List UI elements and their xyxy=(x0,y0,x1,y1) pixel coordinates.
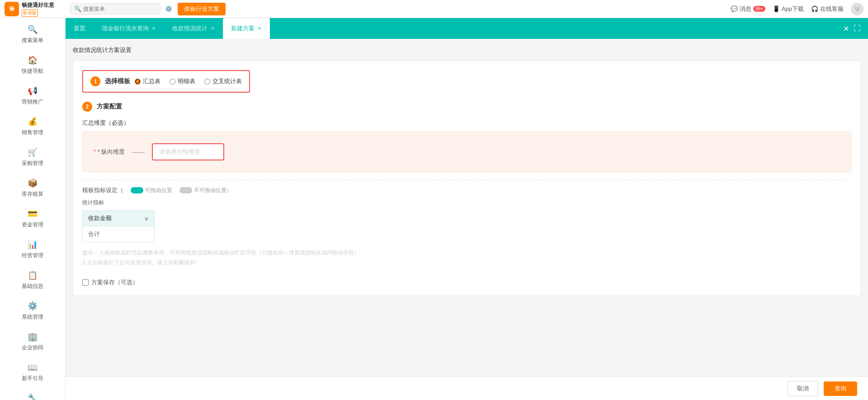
tab-bar: 首页 现金银行流水查询 ✕ 收款情况统计 ✕ 新建方案 ✕ ✕ ⛶ xyxy=(66,18,868,39)
non-draggable-label: 不可拖动位置） xyxy=(194,187,232,194)
logo-text: 畅捷通好生意 xyxy=(22,1,54,9)
service-icon: 🎧 xyxy=(811,5,818,12)
dimension-select[interactable]: 请选择分组维度 xyxy=(152,143,224,160)
inventory-icon: 📦 xyxy=(28,178,38,188)
radio-huizong-label: 汇总表 xyxy=(143,77,160,85)
sidebar-item-sales[interactable]: 💰 销售管理 xyxy=(0,110,65,141)
tab-close-all-icon[interactable]: ✕ xyxy=(843,24,849,33)
sidebar-item-finance[interactable]: 💳 资金管理 xyxy=(0,202,65,233)
query-button[interactable]: 查询 xyxy=(824,381,857,396)
sidebar-item-marketing[interactable]: 📢 营销推广 xyxy=(0,80,65,110)
sidebar-item-hardware[interactable]: 🔧 智能硬件 xyxy=(0,387,65,400)
sidebar-item-system[interactable]: ⚙️ 系统管理 xyxy=(0,295,65,325)
tip-2: 2.点击标题栏下拉可设置排序、插入列和删除列 xyxy=(82,258,851,268)
sidebar-label-management: 经营管理 xyxy=(22,252,43,259)
finance-icon: 💳 xyxy=(28,209,38,219)
step2-area: 2 方案配置 汇总维度（必选） * * 纵向维度 —— xyxy=(82,102,851,272)
tab-maximize-icon[interactable]: ⛶ xyxy=(854,24,861,33)
service-label: 在线客服 xyxy=(820,5,844,13)
download-btn[interactable]: 📱 App下载 xyxy=(773,5,804,13)
metric-label-row: 模板指标设定（ 可拖动位置 不可拖动位置） xyxy=(82,186,851,194)
stats-label: 统计指标 xyxy=(82,199,851,207)
management-icon: 📊 xyxy=(28,240,38,249)
sidebar-item-enterprise[interactable]: 🏢 企业协同 xyxy=(0,325,65,356)
gear-btn[interactable]: ⚙️ xyxy=(165,5,172,12)
home-icon: 🏠 xyxy=(28,55,38,65)
top-bar-actions: 💬 消息 99+ 📱 App下载 🎧 在线客服 U xyxy=(731,3,863,15)
stats-header[interactable]: 收款金额 ∨ xyxy=(83,211,154,226)
service-btn[interactable]: 🎧 在线客服 xyxy=(811,5,844,13)
radio-huizong-input[interactable] xyxy=(135,79,141,85)
industry-button[interactable]: 体验行业方案 xyxy=(178,3,226,15)
dimension-area: * * 纵向维度 —— 请选择分组维度 xyxy=(82,132,851,172)
user-avatar[interactable]: U xyxy=(851,3,863,15)
sidebar-item-quick-nav[interactable]: 🏠 快捷导航 xyxy=(0,49,65,80)
radio-jiaocha[interactable]: 交叉统计表 xyxy=(204,77,242,85)
non-draggable-toggle: 不可拖动位置） xyxy=(179,187,232,194)
sidebar-label-basic-info: 基础信息 xyxy=(22,282,43,290)
sidebar-item-search[interactable]: 🔍 搜索菜单 xyxy=(0,18,65,49)
guide-icon: 📖 xyxy=(28,362,38,372)
draggable-label: 可拖动位置 xyxy=(145,187,172,194)
tab-home[interactable]: 首页 xyxy=(66,18,94,39)
stats-header-text: 收款金额 xyxy=(88,214,112,222)
stats-row: 合计 xyxy=(83,226,154,242)
save-checkbox[interactable] xyxy=(82,279,89,286)
message-label: 消息 xyxy=(740,5,751,13)
sidebar-label-enterprise: 企业协同 xyxy=(22,344,43,352)
dimension-row-label: * * 纵向维度 xyxy=(94,148,125,156)
tab-cashflow-label: 现金银行流水查询 xyxy=(102,24,149,33)
sidebar-label-inventory: 库存核算 xyxy=(22,190,43,198)
radio-jiaocha-input[interactable] xyxy=(204,79,210,85)
message-btn[interactable]: 💬 消息 99+ xyxy=(731,5,765,13)
sidebar-item-guide[interactable]: 📖 新手引导 xyxy=(0,356,65,387)
dimension-row: * * 纵向维度 —— 请选择分组维度 xyxy=(94,143,224,160)
system-icon: ⚙️ xyxy=(28,301,38,311)
tab-cashflow-close[interactable]: ✕ xyxy=(151,25,156,32)
logo-badge: 标准版 xyxy=(22,9,38,17)
sidebar-item-management[interactable]: 📊 经营管理 xyxy=(0,233,65,264)
search-box[interactable]: 🔍 xyxy=(70,3,160,14)
radio-mingxi[interactable]: 明细表 xyxy=(170,77,195,85)
step1-num: 1 xyxy=(90,76,100,86)
sidebar-label-marketing: 营销推广 xyxy=(22,98,43,106)
basic-info-icon: 📋 xyxy=(28,270,38,280)
sidebar-label-purchase: 采购管理 xyxy=(22,160,43,167)
sidebar-item-purchase[interactable]: 🛒 采购管理 xyxy=(0,141,65,172)
search-input[interactable] xyxy=(83,6,146,12)
tab-new-plan[interactable]: 新建方案 ✕ xyxy=(223,18,270,39)
metric-title: 模板指标设定（ xyxy=(82,186,123,194)
dimension-config: 汇总维度（必选） * * 纵向维度 —— 请选择分组维度 xyxy=(82,119,851,172)
content-area: 首页 现金银行流水查询 ✕ 收款情况统计 ✕ 新建方案 ✕ ✕ ⛶ 收款情况统计… xyxy=(66,18,868,400)
step1-header: 1 选择模板 xyxy=(90,76,130,86)
tab-cashflow[interactable]: 现金银行流水查询 ✕ xyxy=(94,18,164,39)
search-icon: 🔍 xyxy=(74,5,81,12)
step2-num: 2 xyxy=(82,102,92,112)
dimension-arrow: —— xyxy=(132,148,145,155)
draggable-dot xyxy=(131,187,143,193)
step2-header: 2 方案配置 xyxy=(82,102,851,112)
sidebar-item-inventory[interactable]: 📦 库存核算 xyxy=(0,172,65,202)
download-icon: 📱 xyxy=(773,5,780,12)
radio-mingxi-input[interactable] xyxy=(170,79,175,85)
sidebar-label-guide: 新手引导 xyxy=(22,375,43,382)
cancel-button[interactable]: 取消 xyxy=(788,381,818,396)
sidebar: 🔍 搜索菜单 🏠 快捷导航 📢 营销推广 💰 销售管理 🛒 采购管理 📦 库存核… xyxy=(0,18,66,400)
tab-new-plan-close[interactable]: ✕ xyxy=(257,25,262,32)
marketing-icon: 📢 xyxy=(28,86,38,96)
sidebar-item-basic-info[interactable]: 📋 基础信息 xyxy=(0,264,65,295)
sidebar-label-search: 搜索菜单 xyxy=(22,37,43,44)
tab-collection-label: 收款情况统计 xyxy=(172,24,208,33)
tab-collection-close[interactable]: ✕ xyxy=(210,25,215,32)
template-radio-group: 汇总表 明细表 交叉统计表 xyxy=(135,77,242,85)
draggable-toggle: 可拖动位置 xyxy=(131,187,172,194)
stats-chevron-icon[interactable]: ∨ xyxy=(144,215,149,222)
sales-icon: 💰 xyxy=(28,117,38,127)
tab-collection[interactable]: 收款情况统计 ✕ xyxy=(164,18,223,39)
enterprise-icon: 🏢 xyxy=(28,332,38,342)
main-card: 1 选择模板 汇总表 明细表 xyxy=(73,61,861,296)
template-section: 1 选择模板 汇总表 明细表 xyxy=(82,70,250,93)
radio-huizong[interactable]: 汇总表 xyxy=(135,77,160,85)
logo-icon-text: 畅 xyxy=(9,5,14,12)
save-label: 方案保存（可选） xyxy=(91,278,138,287)
